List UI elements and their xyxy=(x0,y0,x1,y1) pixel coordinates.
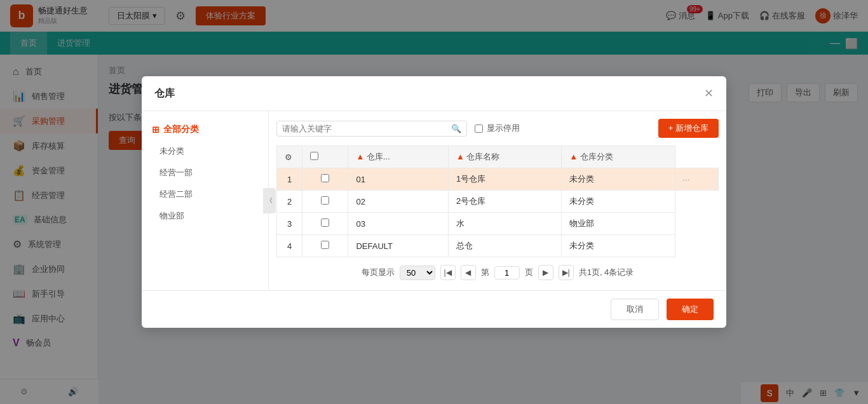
row-code: DEFAULT xyxy=(348,235,448,257)
category-unclassified[interactable]: 未分类 xyxy=(142,140,268,162)
table-row[interactable]: 2 02 2号仓库 未分类 xyxy=(277,191,719,213)
page-label: 第 xyxy=(481,267,489,278)
new-warehouse-btn[interactable]: + 新增仓库 xyxy=(658,119,719,138)
pagination: 每页显示 50 10 20 100 |◀ ◀ 第 页 ▶ ▶| 共1页, 4条记… xyxy=(276,257,719,283)
page-next-btn[interactable]: ▶ xyxy=(538,265,553,280)
cancel-btn[interactable]: 取消 xyxy=(611,299,659,320)
row-checkbox[interactable] xyxy=(321,174,329,182)
gear-header-icon[interactable]: ⚙ xyxy=(285,152,292,162)
page-prev-btn[interactable]: ◀ xyxy=(461,265,476,280)
category-panel: ⊞ 全部分类 未分类 经营一部 经营二部 物业部 《 xyxy=(142,111,269,290)
th-check xyxy=(302,146,348,168)
row-name: 水 xyxy=(448,213,561,235)
show-disabled-container: 显示停用 xyxy=(475,123,520,134)
table-body: 1 01 1号仓库 未分类 ··· 2 02 2号仓库 未分类 3 03 水 物… xyxy=(277,168,719,257)
modal-body: ⊞ 全部分类 未分类 经营一部 经营二部 物业部 《 xyxy=(142,111,726,290)
table-row[interactable]: 4 DEFAULT 总仓 未分类 xyxy=(277,235,719,257)
row-num: 1 xyxy=(277,168,302,191)
row-checkbox-cell[interactable] xyxy=(302,213,348,235)
table-header-row: ⚙ ▲ 仓库... ▲ 仓库名称 xyxy=(277,146,719,168)
show-disabled-label: 显示停用 xyxy=(487,123,520,134)
row-name: 总仓 xyxy=(448,235,561,257)
confirm-btn[interactable]: 确定 xyxy=(667,299,714,320)
per-page-label: 每页显示 xyxy=(362,267,395,278)
sort-icon: ▲ xyxy=(356,152,364,161)
row-category: 物业部 xyxy=(562,213,675,235)
select-all-checkbox[interactable] xyxy=(310,152,318,160)
table-toolbar: 🔍 显示停用 + 新增仓库 xyxy=(276,119,719,138)
row-category: 未分类 xyxy=(562,191,675,213)
row-checkbox[interactable] xyxy=(321,219,329,227)
page-unit: 页 xyxy=(525,267,533,278)
row-checkbox-cell[interactable] xyxy=(302,191,348,213)
search-box: 🔍 xyxy=(276,121,467,137)
th-category[interactable]: ▲ 仓库分类 xyxy=(562,146,675,168)
search-input[interactable] xyxy=(282,124,447,133)
row-checkbox-cell[interactable] xyxy=(302,168,348,191)
category-ops1[interactable]: 经营一部 xyxy=(142,162,268,184)
page-first-btn[interactable]: |◀ xyxy=(440,265,456,280)
row-checkbox[interactable] xyxy=(321,241,329,249)
row-category: 未分类 xyxy=(562,235,675,257)
table-panel: 🔍 显示停用 + 新增仓库 ⚙ xyxy=(269,111,726,290)
warehouse-table: ⚙ ▲ 仓库... ▲ 仓库名称 xyxy=(276,145,719,257)
per-page-select[interactable]: 50 10 20 100 xyxy=(400,266,435,280)
show-disabled-checkbox[interactable] xyxy=(475,125,483,133)
row-num: 3 xyxy=(277,213,302,235)
row-category: 未分类 xyxy=(562,168,675,191)
row-code: 02 xyxy=(348,191,448,213)
page-last-btn[interactable]: ▶| xyxy=(559,265,574,280)
th-name[interactable]: ▲ 仓库名称 xyxy=(448,146,561,168)
th-category-label: 仓库分类 xyxy=(580,152,613,161)
th-gear: ⚙ xyxy=(277,146,302,168)
category-property[interactable]: 物业部 xyxy=(142,205,268,227)
all-category-item[interactable]: ⊞ 全部分类 xyxy=(142,119,268,140)
sort-icon-cat: ▲ xyxy=(569,152,578,161)
row-code: 03 xyxy=(348,213,448,235)
sort-icon-name: ▲ xyxy=(456,152,465,161)
search-icon[interactable]: 🔍 xyxy=(451,124,461,133)
table-row[interactable]: 1 01 1号仓库 未分类 ··· xyxy=(277,168,719,191)
modal-footer: 取消 确定 xyxy=(142,290,726,328)
row-num: 4 xyxy=(277,235,302,257)
row-name: 1号仓库 xyxy=(448,168,561,191)
modal-header: 仓库 ✕ xyxy=(142,76,726,111)
table-row[interactable]: 3 03 水 物业部 xyxy=(277,213,719,235)
row-code: 01 xyxy=(348,168,448,191)
row-num: 2 xyxy=(277,191,302,213)
total-label: 共1页, 4条记录 xyxy=(579,267,634,278)
all-category-label: 全部分类 xyxy=(163,124,199,135)
row-checkbox-cell[interactable] xyxy=(302,235,348,257)
th-code[interactable]: ▲ 仓库... xyxy=(348,146,448,168)
th-name-label: 仓库名称 xyxy=(466,152,499,161)
modal-close-btn[interactable]: ✕ xyxy=(704,86,714,100)
modal-title: 仓库 xyxy=(154,87,175,100)
collapse-panel-btn[interactable]: 《 xyxy=(263,188,276,213)
row-checkbox[interactable] xyxy=(321,196,329,205)
grid-icon: ⊞ xyxy=(152,125,159,135)
page-input[interactable] xyxy=(494,266,520,279)
row-name: 2号仓库 xyxy=(448,191,561,213)
row-actions[interactable]: ··· xyxy=(675,168,718,191)
th-code-label: 仓库... xyxy=(367,152,390,161)
warehouse-modal: 仓库 ✕ ⊞ 全部分类 未分类 经营一部 经营二部 物业部 《 xyxy=(142,76,726,328)
category-ops2[interactable]: 经营二部 xyxy=(142,184,268,205)
